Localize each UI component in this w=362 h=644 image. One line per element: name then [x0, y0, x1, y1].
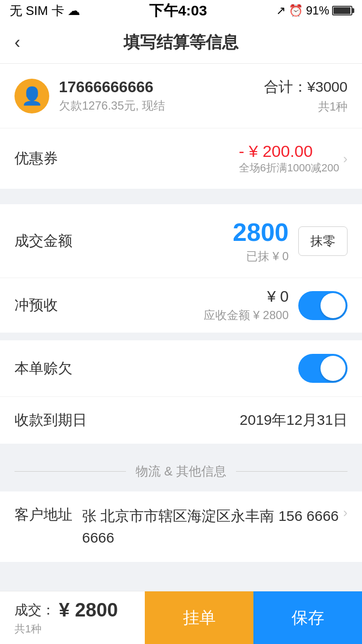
- address-row[interactable]: 客户地址 张 北京市市辖区海淀区永丰南 156 6666 6666 ›: [0, 491, 362, 562]
- chong-yushou-toggle[interactable]: [298, 291, 348, 320]
- address-chevron-icon: ›: [343, 505, 348, 520]
- coupon-right: - ¥ 200.00 全场6折满1000减200 ›: [239, 142, 348, 175]
- divider-line-left: [14, 471, 126, 472]
- round-zero-button[interactable]: 抹零: [298, 226, 348, 256]
- save-button[interactable]: 保存: [253, 591, 362, 644]
- bottom-buttons: 挂单 保存: [145, 591, 362, 644]
- bottom-bar: 成交： ¥ 2800 共1种 挂单 保存: [0, 591, 362, 644]
- coupon-discount: - ¥ 200.00: [239, 142, 339, 161]
- chong-yushou-right: ¥ 0 应收金额 ¥ 2800: [204, 288, 348, 323]
- toggle-knob: [320, 293, 346, 318]
- customer-card: 👤 17666666666 欠款1276.35元, 现结 合计：¥3000 共1…: [0, 64, 362, 189]
- customer-left: 👤 17666666666 欠款1276.35元, 现结: [14, 78, 165, 113]
- deal-amount-label: 成交金额: [14, 231, 72, 251]
- section-divider-3: [0, 444, 362, 451]
- status-left: 无 SIM 卡 ☁: [10, 2, 80, 19]
- ben-dan-she-qian-toggle[interactable]: [298, 354, 348, 383]
- status-time: 下午4:03: [149, 1, 207, 21]
- bottom-deal-amount: ¥ 2800: [59, 599, 118, 621]
- toggle-knob-2: [320, 356, 346, 381]
- coupon-chevron-icon: ›: [343, 151, 348, 167]
- bottom-deal-label: 成交： ¥ 2800: [14, 599, 130, 621]
- address-card: 客户地址 张 北京市市辖区海淀区永丰南 156 6666 6666 ›: [0, 491, 362, 562]
- chong-yushou-amount: ¥ 0: [204, 288, 289, 306]
- customer-phone: 17666666666: [59, 78, 165, 96]
- logistics-label: 物流 & 其他信息: [136, 463, 226, 480]
- due-date-row: 收款到期日 2019年12月31日: [0, 397, 362, 444]
- total-count: 共1种: [264, 99, 348, 114]
- section-divider-1: [0, 196, 362, 204]
- ben-dan-she-qian-row: 本单赊欠: [0, 340, 362, 397]
- deal-amount-value: 2800: [233, 218, 289, 247]
- customer-sub-text: 欠款1276.35元, 现结: [59, 98, 165, 113]
- due-date-value: 2019年12月31日: [240, 410, 348, 430]
- ben-dan-she-qian-label: 本单赊欠: [14, 359, 72, 378]
- battery-percent: 91%: [306, 4, 329, 17]
- chong-yushou-row: 冲预收 ¥ 0 应收金额 ¥ 2800: [0, 278, 362, 333]
- section-divider-2: [0, 333, 362, 340]
- location-icon: ↗: [276, 4, 286, 17]
- ben-dan-she-qian-right: [298, 354, 348, 383]
- coupon-row[interactable]: 优惠券 - ¥ 200.00 全场6折满1000减200 ›: [0, 128, 362, 189]
- status-bar: 无 SIM 卡 ☁ 下午4:03 ↗ ⏰ 91%: [0, 0, 362, 21]
- nav-bar: ‹ 填写结算等信息: [0, 21, 362, 64]
- customer-info-row: 👤 17666666666 欠款1276.35元, 现结 合计：¥3000 共1…: [0, 64, 362, 128]
- chong-yushou-sub: 应收金额 ¥ 2800: [204, 308, 289, 323]
- divider-line-right: [236, 471, 348, 472]
- content: 👤 17666666666 欠款1276.35元, 现结 合计：¥3000 共1…: [0, 64, 362, 644]
- due-date-label: 收款到期日: [14, 410, 87, 430]
- alarm-icon: ⏰: [289, 4, 303, 17]
- deal-amount-row: 成交金额 2800 已抹 ¥ 0 抹零: [0, 204, 362, 278]
- battery-icon: [332, 6, 352, 15]
- coupon-label: 优惠券: [14, 149, 58, 168]
- address-label: 客户地址: [14, 505, 72, 525]
- coupon-description: 全场6折满1000减200: [239, 161, 339, 175]
- avatar: 👤: [14, 79, 49, 113]
- logistics-section: 物流 & 其他信息: [0, 451, 362, 491]
- bottom-deal-count: 共1种: [14, 622, 130, 636]
- deal-amount-right: 2800 已抹 ¥ 0 抹零: [233, 218, 348, 264]
- form-card-2: 本单赊欠 收款到期日 2019年12月31日: [0, 340, 362, 444]
- hang-order-button[interactable]: 挂单: [145, 591, 253, 644]
- customer-right: 合计：¥3000 共1种: [264, 77, 348, 114]
- back-button[interactable]: ‹: [10, 28, 25, 57]
- status-right: ↗ ⏰ 91%: [276, 4, 352, 17]
- customer-details: 17666666666 欠款1276.35元, 现结: [59, 78, 165, 113]
- form-card-1: 成交金额 2800 已抹 ¥ 0 抹零 冲预收 ¥ 0 应收金额 ¥ 2800: [0, 204, 362, 333]
- sim-status: 无 SIM 卡 ☁: [10, 2, 80, 19]
- deal-amount-sub: 已抹 ¥ 0: [233, 249, 289, 264]
- address-value: 张 北京市市辖区海淀区永丰南 156 6666 6666: [82, 505, 343, 548]
- page-title: 填写结算等信息: [124, 31, 238, 54]
- chong-yushou-label: 冲预收: [14, 295, 58, 315]
- bottom-summary: 成交： ¥ 2800 共1种: [0, 599, 145, 636]
- total-amount: 合计：¥3000: [264, 77, 348, 97]
